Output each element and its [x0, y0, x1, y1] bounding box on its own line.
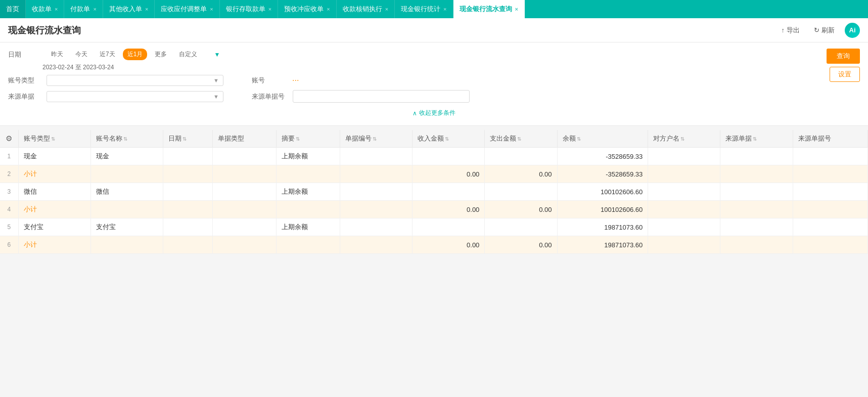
nav-item-receipt[interactable]: 收款单×: [26, 0, 64, 18]
export-button[interactable]: ↑ 导出: [778, 24, 804, 37]
cell-balance: 100102606.60: [557, 183, 648, 201]
account-ellipsis-button[interactable]: ···: [290, 76, 301, 85]
th-source-doc[interactable]: 来源单据⇅: [720, 130, 793, 148]
th-source-doc-no[interactable]: 来源单据号: [793, 130, 867, 148]
th-doc-type[interactable]: 单据类型: [213, 130, 277, 148]
page-title: 现金银行流水查询: [8, 24, 81, 36]
cell-doc-no: [340, 148, 413, 165]
cell-doc-type: [213, 218, 277, 236]
nav-item-home[interactable]: 首页: [0, 0, 26, 18]
filter-row-1: 日期 昨天今天近7天近1月更多自定义 ▼ 2023-02-24 至 2023-0…: [8, 49, 860, 90]
cell-date: [163, 148, 212, 165]
cell-doc-type: [213, 201, 277, 218]
chevron-down-icon: ▼: [214, 51, 220, 58]
account-type-select[interactable]: ▼: [47, 75, 223, 86]
account-filter-row: 账号类型 ▼ 账号 ···: [8, 75, 809, 86]
table-row: 4小计0.000.00100102606.60: [0, 201, 868, 218]
collapse-bar[interactable]: ∧ 收起更多条件: [8, 107, 860, 119]
table-header-row: ⚙ 账号类型⇅ 账号名称⇅ 日期⇅ 单据类型 摘要⇅ 单据编号⇅ 收入金额⇅ 支…: [0, 130, 868, 148]
nav-item-bank-deposit[interactable]: 银行存取款单×: [220, 0, 278, 18]
cell-summary: [277, 236, 340, 254]
th-date[interactable]: 日期⇅: [163, 130, 212, 148]
source-doc-no-input[interactable]: [293, 90, 470, 103]
date-label: 日期: [8, 50, 38, 59]
date-option-yesterday[interactable]: 昨天: [47, 49, 68, 60]
date-option-7days[interactable]: 近7天: [95, 49, 120, 60]
cell-expense: 0.00: [485, 236, 557, 254]
refresh-button[interactable]: ↻ 刷新: [810, 24, 839, 37]
date-option-more[interactable]: 更多: [150, 49, 171, 60]
cell-summary: [277, 165, 340, 183]
cell-expense: [485, 218, 557, 236]
nav-item-receipt-verify[interactable]: 收款核销执行×: [337, 0, 395, 18]
cell-account-name: 支付宝: [90, 218, 163, 236]
cell-source-doc-no: [793, 218, 867, 236]
account-type-label: 账号类型: [8, 76, 38, 85]
cell-index: 2: [0, 165, 18, 183]
account-label: 账号: [252, 76, 282, 85]
cell-source-doc-no: [793, 165, 867, 183]
table-row: 6小计0.000.0019871073.60: [0, 236, 868, 254]
nav-item-cash-stats[interactable]: 现金银行统计×: [395, 0, 453, 18]
th-balance[interactable]: 余额⇅: [557, 130, 648, 148]
source-doc-select[interactable]: ▼: [47, 91, 223, 102]
th-account-name[interactable]: 账号名称⇅: [90, 130, 163, 148]
table-row: 2小计0.000.00-3528659.33: [0, 165, 868, 183]
cell-summary: [277, 201, 340, 218]
th-expense[interactable]: 支出金额⇅: [485, 130, 557, 148]
cell-source-doc: [720, 165, 793, 183]
cell-index: 5: [0, 218, 18, 236]
th-account-type[interactable]: 账号类型⇅: [18, 130, 90, 148]
cell-expense: 0.00: [485, 201, 557, 218]
close-icon[interactable]: ×: [145, 6, 148, 12]
source-doc-no-label: 来源单据号: [252, 92, 285, 101]
close-icon[interactable]: ×: [268, 6, 271, 12]
table-row: 3微信微信上期余额100102606.60: [0, 183, 868, 201]
cell-income: 0.00: [413, 201, 485, 218]
date-option-today[interactable]: 今天: [71, 49, 92, 60]
nav-item-ar-ap-adjust[interactable]: 应收应付调整单×: [155, 0, 219, 18]
cell-source-doc-no: [793, 201, 867, 218]
ai-badge[interactable]: Ai: [845, 23, 860, 38]
cell-income: [413, 148, 485, 165]
nav-item-other-income[interactable]: 其他收入单×: [103, 0, 155, 18]
table-row: 5支付宝支付宝上期余额19871073.60: [0, 218, 868, 236]
th-income[interactable]: 收入金额⇅: [413, 130, 485, 148]
th-counterparty[interactable]: 对方户名⇅: [648, 130, 720, 148]
cell-account-type: 小计: [18, 236, 90, 254]
close-icon[interactable]: ×: [93, 6, 96, 12]
date-option-1month[interactable]: 近1月: [123, 49, 148, 60]
cell-expense: [485, 183, 557, 201]
page-header: 现金银行流水查询 ↑ 导出 ↻ 刷新 Ai: [0, 18, 868, 42]
settings-button[interactable]: 设置: [830, 67, 860, 82]
cell-account-name: 现金: [90, 148, 163, 165]
filter-area: 日期 昨天今天近7天近1月更多自定义 ▼ 2023-02-24 至 2023-0…: [0, 42, 868, 126]
cell-account-type: 支付宝: [18, 218, 90, 236]
cell-income: 0.00: [413, 165, 485, 183]
cell-source-doc: [720, 148, 793, 165]
search-button[interactable]: 查询: [827, 49, 860, 64]
chevron-down-icon: ▼: [213, 94, 219, 100]
nav-item-advance-receipt[interactable]: 预收冲应收单×: [278, 0, 336, 18]
close-icon[interactable]: ×: [210, 6, 213, 12]
close-icon[interactable]: ×: [385, 6, 388, 12]
th-gear[interactable]: ⚙: [0, 130, 18, 148]
close-icon[interactable]: ×: [515, 6, 518, 12]
date-option-custom[interactable]: 自定义: [174, 49, 202, 60]
header-actions: ↑ 导出 ↻ 刷新 Ai: [778, 23, 860, 38]
th-summary[interactable]: 摘要⇅: [277, 130, 340, 148]
cell-balance: 19871073.60: [557, 236, 648, 254]
nav-item-cash-flow-query[interactable]: 现金银行流水查询×: [453, 0, 525, 18]
th-doc-no[interactable]: 单据编号⇅: [340, 130, 413, 148]
cell-summary: 上期余额: [277, 148, 340, 165]
cell-source-doc-no: [793, 183, 867, 201]
close-icon[interactable]: ×: [55, 6, 58, 12]
cell-source-doc: [720, 236, 793, 254]
close-icon[interactable]: ×: [443, 6, 446, 12]
cell-summary: 上期余额: [277, 183, 340, 201]
data-table: ⚙ 账号类型⇅ 账号名称⇅ 日期⇅ 单据类型 摘要⇅ 单据编号⇅ 收入金额⇅ 支…: [0, 130, 868, 254]
gear-icon[interactable]: ⚙: [6, 134, 12, 143]
cell-counterparty: [648, 218, 720, 236]
close-icon[interactable]: ×: [327, 6, 330, 12]
nav-item-payment[interactable]: 付款单×: [64, 0, 103, 18]
